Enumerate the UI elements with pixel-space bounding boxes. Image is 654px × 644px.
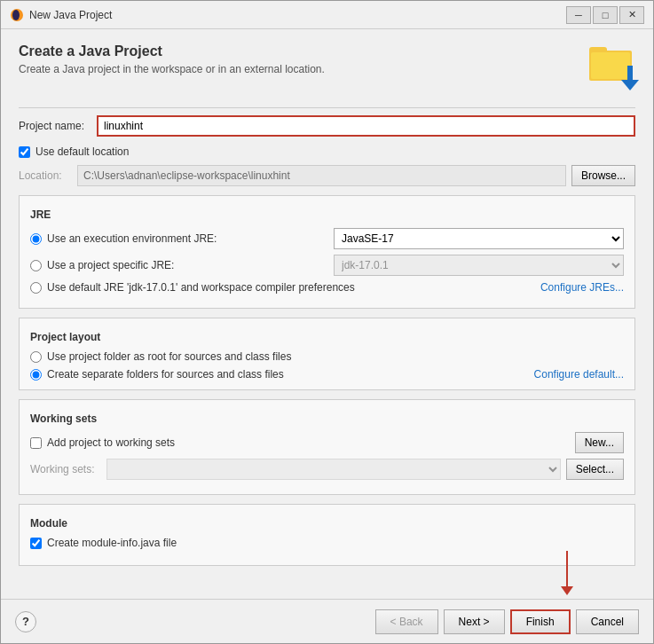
maximize-button[interactable]: □ <box>593 6 618 24</box>
configure-default-link[interactable]: Configure default... <box>534 368 624 381</box>
layout-option2-row: Create separate folders for sources and … <box>30 368 624 381</box>
layout-option1-label[interactable]: Use project folder as root for sources a… <box>47 350 291 363</box>
titlebar-left: New Java Project <box>10 8 112 22</box>
minimize-button[interactable]: ─ <box>566 6 591 24</box>
svg-marker-6 <box>621 80 639 90</box>
titlebar-controls: ─ □ ✕ <box>566 6 644 24</box>
location-row: Location: Browse... <box>19 165 635 186</box>
back-button[interactable]: < Back <box>375 609 438 634</box>
jre-option3-radio[interactable] <box>30 282 42 294</box>
svg-rect-5 <box>627 66 633 82</box>
working-sets-label: Working sets: <box>30 463 101 475</box>
jre-project-select: jdk-17.0.1 <box>334 255 624 276</box>
jre-environment-select[interactable]: JavaSE-17 <box>334 228 624 249</box>
add-to-working-sets-checkbox[interactable] <box>30 437 42 449</box>
location-input <box>77 165 566 186</box>
module-section: Module Create module-info.java file <box>19 504 635 566</box>
select-working-sets-button[interactable]: Select... <box>566 459 624 480</box>
header-text: Create a Java Project Create a Java proj… <box>19 43 325 75</box>
jre-section: JRE Use an execution environment JRE: Ja… <box>19 195 635 309</box>
red-arrow-annotation <box>561 551 573 595</box>
layout-option2-radio-row: Create separate folders for sources and … <box>30 368 284 381</box>
use-default-location-checkbox[interactable] <box>19 146 30 158</box>
footer-buttons: < Back Next > Finish Cancel <box>375 609 639 634</box>
folder-with-arrow <box>589 43 635 90</box>
cancel-button[interactable]: Cancel <box>576 609 639 634</box>
dialog-title: Create a Java Project <box>19 43 325 59</box>
module-section-title: Module <box>30 517 624 530</box>
jre-option2-label[interactable]: Use a project specific JRE: <box>47 259 328 271</box>
arrow-icon <box>621 66 639 90</box>
working-sets-section: Working sets Add project to working sets… <box>19 399 635 495</box>
footer: ? < Back Next > Finish Cancel <box>1 599 653 643</box>
layout-option2-radio[interactable] <box>30 369 42 381</box>
use-default-location-label[interactable]: Use default location <box>35 145 129 158</box>
header-divider <box>19 107 635 108</box>
project-name-label: Project name: <box>19 120 90 132</box>
titlebar: New Java Project ─ □ ✕ <box>1 1 653 29</box>
add-to-working-sets-row: Add project to working sets <box>30 436 175 449</box>
configure-jres-link[interactable]: Configure JREs... <box>540 281 624 294</box>
working-sets-combo <box>106 459 561 480</box>
project-layout-section: Project layout Use project folder as roo… <box>19 318 635 390</box>
footer-left: ? <box>15 611 36 632</box>
layout-option1-radio[interactable] <box>30 351 42 363</box>
jre-option1-radio[interactable] <box>30 233 42 245</box>
dialog-subtitle: Create a Java project in the workspace o… <box>19 63 325 75</box>
use-default-location-row: Use default location <box>19 145 635 158</box>
next-button[interactable]: Next > <box>444 609 505 634</box>
new-working-set-button[interactable]: New... <box>575 432 624 453</box>
header-icon-area <box>589 43 635 86</box>
project-layout-title: Project layout <box>30 331 624 343</box>
layout-option2-label[interactable]: Create separate folders for sources and … <box>47 368 284 381</box>
eclipse-icon <box>10 8 24 22</box>
create-module-label[interactable]: Create module-info.java file <box>47 537 177 549</box>
working-sets-add-row: Add project to working sets New... <box>30 432 624 453</box>
jre-option1-label[interactable]: Use an execution environment JRE: <box>47 232 328 245</box>
new-java-project-dialog: New Java Project ─ □ ✕ Create a Java Pro… <box>0 0 654 644</box>
layout-option1-row: Use project folder as root for sources a… <box>30 350 624 363</box>
location-label: Location: <box>19 169 72 182</box>
svg-point-1 <box>12 10 20 20</box>
jre-option2-row: Use a project specific JRE: jdk-17.0.1 <box>30 255 624 276</box>
browse-button[interactable]: Browse... <box>571 165 635 186</box>
jre-option1-row: Use an execution environment JRE: JavaSE… <box>30 228 624 249</box>
module-checkbox-row: Create module-info.java file <box>30 537 624 549</box>
jre-option2-radio[interactable] <box>30 260 42 271</box>
close-button[interactable]: ✕ <box>619 6 644 24</box>
help-button[interactable]: ? <box>15 611 36 632</box>
jre-option3-row: Use default JRE 'jdk-17.0.1' and workspa… <box>30 281 624 294</box>
project-name-input[interactable] <box>97 115 635 137</box>
main-content: Create a Java Project Create a Java proj… <box>1 29 653 599</box>
create-module-checkbox[interactable] <box>30 538 42 549</box>
working-sets-title: Working sets <box>30 412 624 425</box>
jre-option3-label[interactable]: Use default JRE 'jdk-17.0.1' and workspa… <box>47 281 535 294</box>
add-to-working-sets-label[interactable]: Add project to working sets <box>47 436 175 449</box>
finish-button[interactable]: Finish <box>510 609 571 634</box>
project-name-row: Project name: <box>19 115 635 137</box>
window-title: New Java Project <box>29 9 112 21</box>
header-section: Create a Java Project Create a Java proj… <box>19 43 635 86</box>
arrow-line <box>566 551 568 586</box>
footer-container: ? < Back Next > Finish Cancel <box>1 599 653 643</box>
jre-section-title: JRE <box>30 208 624 221</box>
arrow-head <box>561 586 573 595</box>
working-sets-select-row: Working sets: Select... <box>30 459 624 480</box>
